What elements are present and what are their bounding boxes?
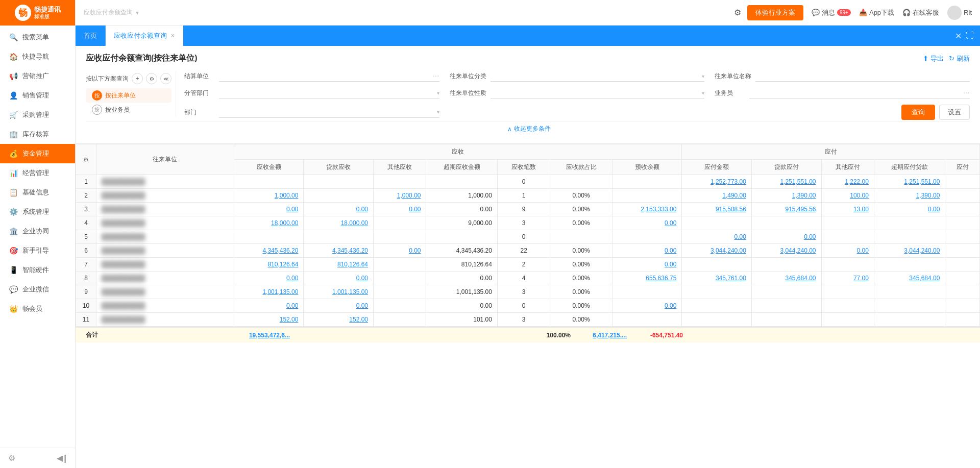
sidebar-item-search[interactable]: 🔍 搜索菜单 xyxy=(0,28,75,47)
salesperson-dots[interactable]: ··· xyxy=(963,88,970,97)
table-row: 6██████████4,345,436.204,345,436.200.004… xyxy=(76,244,980,258)
department-wrap: ▾ xyxy=(219,107,439,118)
topbar: 应收应付余额查询 ▾ ⚙ 体验行业方案 💬 消息 99+ 📥 App下载 🎧 在… xyxy=(76,0,980,26)
collapse-sidebar-icon[interactable]: ◀‖ xyxy=(57,453,67,463)
settlement-unit-dots[interactable]: ··· xyxy=(432,71,439,81)
sidebar-item-operation[interactable]: 📊 经营管理 xyxy=(0,163,75,183)
settlement-unit-input[interactable] xyxy=(219,71,432,81)
hardware-icon: 📱 xyxy=(8,266,18,274)
row-partner: ██████████ xyxy=(96,299,234,313)
filter-partner-name: 往来单位名称 xyxy=(715,71,970,82)
breadcrumb: 应收应付余额查询 ▾ xyxy=(84,8,734,17)
tab-home-label: 首页 xyxy=(84,31,97,40)
app-download-button[interactable]: 📥 App下载 xyxy=(859,8,894,17)
row-partner: ██████████ xyxy=(96,272,234,285)
tab-fullscreen-icon[interactable]: ⛶ xyxy=(966,31,974,40)
row-no: 8 xyxy=(76,272,96,285)
table-row: 5██████████00.000.00 xyxy=(76,230,980,244)
sidebar-item-marketing[interactable]: 📢 营销推广 xyxy=(0,66,75,86)
sidebar-item-sales[interactable]: 👤 销售管理 xyxy=(0,86,75,105)
sidebar-item-quicknav[interactable]: 🏠 快捷导航 xyxy=(0,47,75,66)
footer-yf xyxy=(856,332,913,339)
collapse-scheme-icon[interactable]: ≪ xyxy=(160,73,172,84)
partner-category-input[interactable] xyxy=(491,71,702,81)
department-arrow[interactable]: ▾ xyxy=(437,109,439,115)
operation-icon: 📊 xyxy=(8,169,18,177)
tab-bar: 首页 应收应付余额查询 × ✕ ⛶ xyxy=(76,26,980,46)
footer-qtys xyxy=(351,332,407,339)
table-settings-icon[interactable]: ⚙ xyxy=(76,144,96,175)
refresh-button[interactable]: ↻ 刷新 xyxy=(949,54,970,63)
scheme-by-partner[interactable]: 按 按往来单位 xyxy=(86,88,172,103)
footer-yseye[interactable]: 6,417,215.... xyxy=(576,332,632,339)
row-no: 6 xyxy=(76,244,96,258)
sidebar-item-basic[interactable]: 📋 基础信息 xyxy=(0,183,75,202)
row-partner: ██████████ xyxy=(96,216,234,230)
user-avatar-area[interactable]: Rit xyxy=(947,6,972,20)
sales-icon: 👤 xyxy=(8,91,18,100)
gear-icon[interactable]: ⚙ xyxy=(734,8,741,17)
sidebar-item-inventory[interactable]: 🏢 库存核算 xyxy=(0,125,75,144)
partner-nature-arrow[interactable]: ▾ xyxy=(702,90,704,96)
row-partner: ██████████ xyxy=(96,203,234,216)
tab-close-icon[interactable]: × xyxy=(171,32,175,39)
partner-category-arrow[interactable]: ▾ xyxy=(702,73,704,79)
tab-home[interactable]: 首页 xyxy=(76,26,106,46)
settings-bottom-icon[interactable]: ⚙ xyxy=(8,453,15,463)
footer-ysje[interactable]: 19,553,472,6... xyxy=(239,332,295,339)
scheme-by-salesperson[interactable]: 按 按业务员 xyxy=(86,103,172,117)
branch-dept-arrow[interactable]: ▾ xyxy=(437,90,439,96)
sidebar-item-guide[interactable]: 🎯 新手引导 xyxy=(0,241,75,260)
col-partner-header: 往来单位 xyxy=(96,144,234,175)
export-button[interactable]: ⬆ 导出 xyxy=(923,54,944,63)
row-no: 9 xyxy=(76,285,96,299)
scheme-settings-icon[interactable]: ⚙ xyxy=(146,73,157,84)
col-dkys: 贷款应收 xyxy=(304,160,374,175)
tab-query[interactable]: 应收应付余额查询 × xyxy=(106,26,183,46)
col-dkyf: 贷款应付 xyxy=(751,160,821,175)
partner-name-input[interactable] xyxy=(755,71,970,82)
breadcrumb-arrow: ▾ xyxy=(136,9,139,16)
footer-dkys xyxy=(295,332,351,339)
footer-yfje: -654,751.40 xyxy=(632,332,688,339)
sidebar-item-vip[interactable]: 👑 畅会员 xyxy=(0,299,75,318)
collapse-icon: ∧ xyxy=(507,126,512,133)
filter-partner-category: 往来单位分类 ▾ xyxy=(450,71,705,82)
username: Rit xyxy=(964,9,972,16)
filter-department: 部门 ▾ xyxy=(184,107,439,118)
setting-button[interactable]: 设置 xyxy=(939,105,970,120)
col-ysbs: 应收笔数 xyxy=(497,160,550,175)
online-service-button[interactable]: 🎧 在线客服 xyxy=(902,8,939,17)
filter-branch-dept: 分管部门 ▾ xyxy=(184,88,439,98)
breadcrumb-text: 应收应付余额查询 xyxy=(84,8,133,17)
col-yfje: 应付金额 xyxy=(682,160,752,175)
trial-button[interactable]: 体验行业方案 xyxy=(747,5,803,20)
partner-nature-wrap: ▾ xyxy=(491,88,705,98)
footer-yskzb: 100.00% xyxy=(520,332,576,339)
tab-query-label: 应收应付余额查询 xyxy=(114,31,167,40)
system-icon: ⚙️ xyxy=(8,208,18,216)
filter-settlement-unit: 结算单位 ··· xyxy=(184,71,439,82)
row-no: 3 xyxy=(76,203,96,216)
department-input[interactable] xyxy=(219,107,437,117)
sidebar-item-wechat[interactable]: 💬 企业微信 xyxy=(0,280,75,299)
sidebar-item-enterprise[interactable]: 🏛️ 企业协同 xyxy=(0,221,75,241)
table-footer: 合计 19,553,472,6... 100.00% 6,417,215....… xyxy=(76,327,980,342)
sidebar-item-system[interactable]: ⚙️ 系统管理 xyxy=(0,202,75,221)
branch-dept-input[interactable] xyxy=(219,88,437,98)
messages-button[interactable]: 💬 消息 99+ xyxy=(812,8,851,17)
table-row: 3██████████0.000.000.000.0090.00%2,153,3… xyxy=(76,203,980,216)
message-badge: 99+ xyxy=(837,9,851,16)
tab-close-window-icon[interactable]: ✕ xyxy=(955,31,962,41)
collapse-bar[interactable]: ∧ 收起更多条件 xyxy=(86,121,970,136)
data-table: ⚙ 往来单位 应收 应付 应收金额 贷款应收 其他应收 超期应收金额 应收笔数 … xyxy=(76,144,980,327)
footer-cqyfdk xyxy=(800,332,856,339)
sidebar-item-hardware[interactable]: 📱 智能硬件 xyxy=(0,260,75,280)
add-scheme-button[interactable]: + xyxy=(132,73,143,84)
sidebar-bottom: ⚙ ◀‖ xyxy=(0,448,75,468)
partner-nature-input[interactable] xyxy=(491,88,702,98)
query-button[interactable]: 查询 xyxy=(901,105,935,120)
salesperson-input[interactable] xyxy=(749,88,963,98)
sidebar-item-finance[interactable]: 💰 资金管理 xyxy=(0,144,75,163)
sidebar-item-purchase[interactable]: 🛒 采购管理 xyxy=(0,105,75,125)
